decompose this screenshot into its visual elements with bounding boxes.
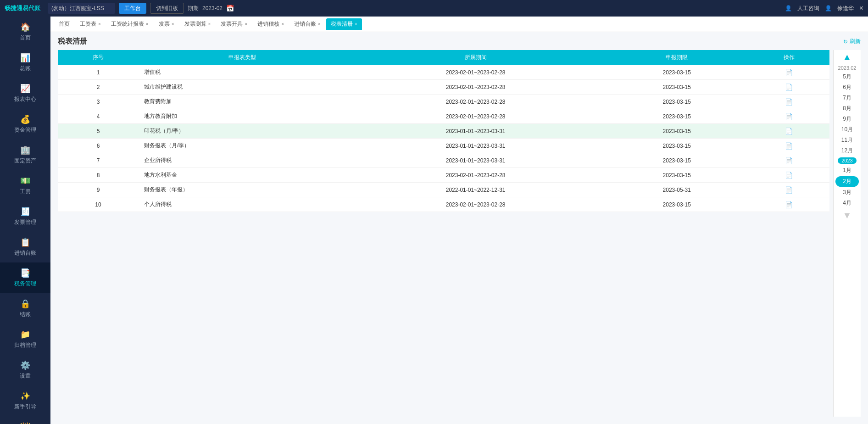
action-doc-icon[interactable]: 📄 xyxy=(785,69,793,76)
tab-invoice-query[interactable]: 发票测算 × xyxy=(180,18,216,30)
action-doc-icon[interactable]: 📄 xyxy=(785,142,793,150)
sidebar-label-tax: 税务管理 xyxy=(14,280,36,288)
timeline-month-11[interactable]: 11月 xyxy=(834,135,861,145)
table-row: 9财务报表（年报）2022-01-01~2022-12-312023-05-31… xyxy=(58,183,829,197)
sidebar-item-invoice[interactable]: 🧾 发票管理 xyxy=(0,201,50,232)
cell-action[interactable]: 📄 xyxy=(749,80,829,95)
timeline-month-3[interactable]: 3月 xyxy=(834,187,861,198)
action-doc-icon[interactable]: 📄 xyxy=(785,157,793,164)
cell-deadline: 2023-03-15 xyxy=(605,168,749,183)
tab-wage-stat[interactable]: 工资统计报表 × xyxy=(106,18,153,30)
tab-invoice-open[interactable]: 发票开具 × xyxy=(216,18,252,30)
tab-invoice-close[interactable]: × xyxy=(172,22,174,27)
sidebar-item-settings[interactable]: ⚙️ 设置 xyxy=(0,355,50,385)
tab-purchase-check[interactable]: 进销稽核 × xyxy=(253,18,289,30)
action-doc-icon[interactable]: 📄 xyxy=(785,128,793,135)
sidebar-item-guide[interactable]: ✨ 新手引导 xyxy=(0,385,50,416)
sidebar-item-wage[interactable]: 💵 工资 xyxy=(0,170,50,201)
sidebar-item-home[interactable]: 🏠 首页 xyxy=(0,17,50,47)
refresh-label: 刷新 xyxy=(850,38,861,45)
timeline-month-5[interactable]: 5月 xyxy=(834,72,861,82)
timeline-month-2[interactable]: 2月 xyxy=(835,176,859,187)
cell-action[interactable]: 📄 xyxy=(749,65,829,80)
timeline-up-button[interactable]: ▲ xyxy=(843,52,852,62)
period-value: 2023-02 xyxy=(202,5,223,11)
cell-period: 2023-02-01~2023-02-28 xyxy=(346,80,605,95)
tab-purchase-check-label: 进销稽核 xyxy=(257,20,279,28)
action-doc-icon[interactable]: 📄 xyxy=(785,113,793,120)
timeline-month-6[interactable]: 6月 xyxy=(834,82,861,93)
sidebar-item-asset[interactable]: 🏢 固定资产 xyxy=(0,139,50,170)
tab-purchase-ledger[interactable]: 进销台账 × xyxy=(289,18,325,30)
tab-purchase-ledger-close[interactable]: × xyxy=(318,22,321,27)
cell-action[interactable]: 📄 xyxy=(749,197,829,212)
user-name: 徐逢华 xyxy=(837,5,854,12)
switch-old-button[interactable]: 切到旧版 xyxy=(150,3,184,14)
table-row: 5印花税（月/季）2023-01-01~2023-03-312023-03-15… xyxy=(58,124,829,139)
workbench-button[interactable]: 工作台 xyxy=(119,3,146,14)
action-doc-icon[interactable]: 📄 xyxy=(785,186,793,194)
cell-action[interactable]: 📄 xyxy=(749,139,829,153)
tab-invoice-query-close[interactable]: × xyxy=(208,22,211,27)
settings-icon: ⚙️ xyxy=(20,360,30,370)
sidebar-item-tax[interactable]: 📑 税务管理 xyxy=(0,262,50,293)
table-row: 3教育费附加2023-02-01~2023-02-282023-03-15📄 xyxy=(58,95,829,109)
tab-wage[interactable]: 工资表 × xyxy=(75,18,106,30)
tab-purchase-check-close[interactable]: × xyxy=(281,22,284,27)
tab-tax-list[interactable]: 税表清册 × xyxy=(326,18,362,30)
tab-wage-stat-label: 工资统计报表 xyxy=(111,20,144,28)
timeline-month-10[interactable]: 10月 xyxy=(834,124,861,135)
table-header-row: 序号 申报表类型 所属期间 申报期限 操作 xyxy=(58,50,829,65)
timeline-month-9[interactable]: 9月 xyxy=(834,114,861,124)
sidebar-item-ledger[interactable]: 📊 总账 xyxy=(0,47,50,78)
cell-type: 增值税 xyxy=(139,65,346,80)
timeline-month-1[interactable]: 1月 xyxy=(834,165,861,176)
sidebar-item-member[interactable]: 👑 畅会员 xyxy=(0,416,50,424)
action-doc-icon[interactable]: 📄 xyxy=(785,84,793,91)
tab-invoice-query-label: 发票测算 xyxy=(184,20,206,28)
cell-action[interactable]: 📄 xyxy=(749,183,829,197)
cell-period: 2022-01-01~2022-12-31 xyxy=(346,183,605,197)
refresh-button[interactable]: ↻ 刷新 xyxy=(843,38,861,45)
customer-service-label[interactable]: 人工咨询 xyxy=(797,5,819,12)
fund-icon: 💰 xyxy=(20,114,30,124)
timeline-down-button[interactable]: ▼ xyxy=(843,210,852,221)
sidebar-item-report[interactable]: 📈 报表中心 xyxy=(0,78,50,109)
sidebar-label-settings: 设置 xyxy=(20,372,31,380)
cell-action[interactable]: 📄 xyxy=(749,153,829,168)
cell-action[interactable]: 📄 xyxy=(749,109,829,124)
cell-action[interactable]: 📄 xyxy=(749,168,829,183)
action-doc-icon[interactable]: 📄 xyxy=(785,172,793,179)
asset-icon: 🏢 xyxy=(20,145,30,155)
tab-wage-close[interactable]: × xyxy=(98,22,101,27)
page-title: 税表清册 xyxy=(58,37,87,46)
sidebar-item-fund[interactable]: 💰 资金管理 xyxy=(0,109,50,139)
tab-tax-list-close[interactable]: × xyxy=(355,22,357,27)
tab-home[interactable]: 首页 xyxy=(54,18,74,30)
cell-seq: 2 xyxy=(58,80,139,95)
tab-home-label: 首页 xyxy=(59,20,70,28)
sidebar-item-archive[interactable]: 📁 归档管理 xyxy=(0,324,50,355)
main-content: 首页 工资表 × 工资统计报表 × 发票 × 发票测算 × 发票开具 × xyxy=(50,17,868,424)
table-wrapper: 序号 申报表类型 所属期间 申报期限 操作 1增值税2023-02-01~202… xyxy=(50,50,868,424)
timeline-month-4[interactable]: 4月 xyxy=(834,198,861,208)
sidebar-label-closing: 结账 xyxy=(20,311,31,318)
sidebar-item-closing[interactable]: 🔒 结账 xyxy=(0,293,50,324)
tab-wage-stat-close[interactable]: × xyxy=(146,22,149,27)
window-close-button[interactable]: × xyxy=(859,4,863,12)
tab-invoice[interactable]: 发票 × xyxy=(154,18,179,30)
table-row: 4地方教育附加2023-02-01~2023-02-282023-03-15📄 xyxy=(58,109,829,124)
cell-action[interactable]: 📄 xyxy=(749,124,829,139)
timeline-month-8[interactable]: 8月 xyxy=(834,103,861,114)
timeline-month-7[interactable]: 7月 xyxy=(834,93,861,103)
sidebar-label-report: 报表中心 xyxy=(14,95,36,103)
cell-period: 2023-02-01~2023-02-28 xyxy=(346,168,605,183)
timeline-month-12[interactable]: 12月 xyxy=(834,145,861,156)
tab-invoice-open-close[interactable]: × xyxy=(245,22,247,27)
action-doc-icon[interactable]: 📄 xyxy=(785,201,793,208)
action-doc-icon[interactable]: 📄 xyxy=(785,98,793,106)
sidebar-item-purchase[interactable]: 📋 进销台账 xyxy=(0,232,50,262)
cell-action[interactable]: 📄 xyxy=(749,95,829,109)
timeline-year-2023-badge[interactable]: 2023 xyxy=(838,157,856,164)
company-selector[interactable]: (勿动）江西服宝-LSS xyxy=(48,3,115,14)
